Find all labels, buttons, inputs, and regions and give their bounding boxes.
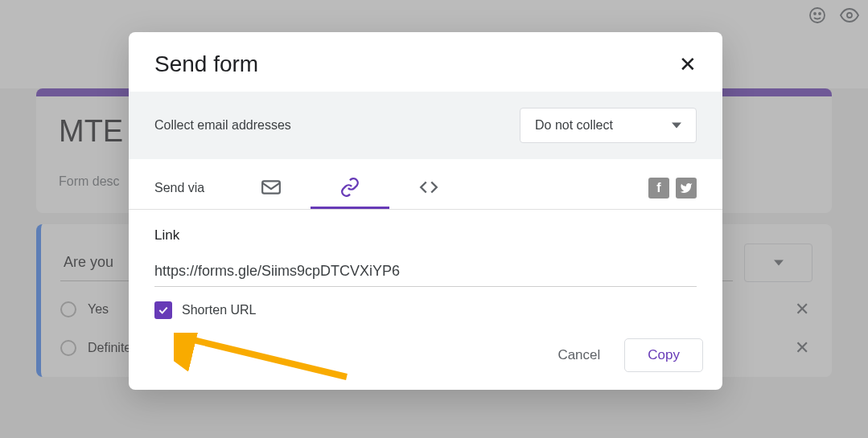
facebook-share-button[interactable]: f bbox=[648, 178, 669, 199]
checkmark-icon bbox=[157, 304, 170, 317]
send-form-modal: Send form ✕ Collect email addresses Do n… bbox=[129, 32, 722, 390]
collect-email-dropdown[interactable]: Do not collect bbox=[520, 108, 697, 143]
shorten-url-label: Shorten URL bbox=[182, 303, 257, 317]
tab-link[interactable] bbox=[311, 167, 389, 209]
copy-button[interactable]: Copy bbox=[624, 338, 703, 372]
social-share: f bbox=[648, 178, 697, 199]
close-icon[interactable]: ✕ bbox=[679, 54, 697, 75]
embed-icon bbox=[418, 177, 439, 198]
link-icon bbox=[339, 177, 360, 198]
collect-email-value: Do not collect bbox=[535, 118, 613, 133]
tab-embed[interactable] bbox=[389, 167, 468, 209]
tab-email[interactable] bbox=[232, 167, 311, 209]
collect-email-label: Collect email addresses bbox=[154, 118, 291, 133]
svg-rect-4 bbox=[262, 181, 280, 193]
twitter-icon bbox=[680, 182, 693, 194]
shorten-url-checkbox[interactable] bbox=[154, 301, 172, 319]
email-icon bbox=[261, 177, 282, 198]
send-via-label: Send via bbox=[154, 181, 204, 195]
send-via-tabs: Send via f bbox=[129, 159, 722, 210]
chevron-down-icon bbox=[672, 121, 681, 130]
link-url-input[interactable] bbox=[154, 258, 697, 287]
twitter-share-button[interactable] bbox=[676, 178, 697, 199]
modal-actions: Cancel Copy bbox=[129, 327, 722, 390]
link-section: Link Shorten URL bbox=[129, 210, 722, 327]
cancel-button[interactable]: Cancel bbox=[543, 339, 615, 371]
link-section-label: Link bbox=[154, 227, 697, 244]
modal-title: Send form bbox=[154, 51, 258, 77]
collect-email-row: Collect email addresses Do not collect bbox=[129, 92, 722, 159]
